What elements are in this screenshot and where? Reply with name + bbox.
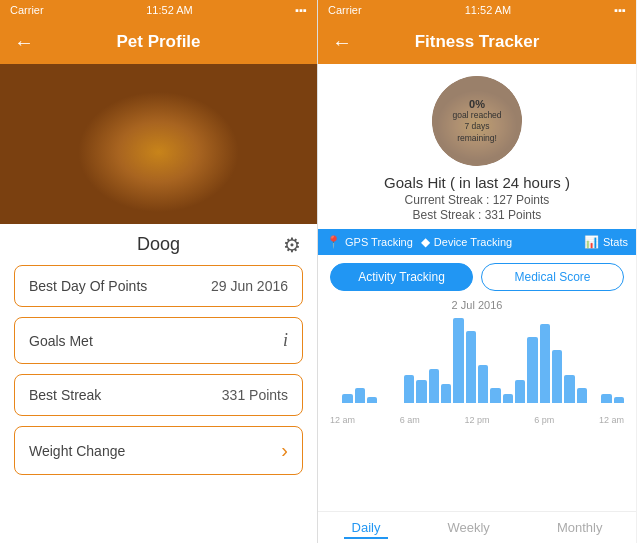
time-right: 11:52 AM [465, 4, 511, 16]
chart-bar [614, 397, 624, 403]
activity-tracking-tab[interactable]: Activity Tracking [330, 263, 473, 291]
chart-bar [453, 318, 463, 403]
battery-left: ▪▪▪ [295, 4, 307, 16]
best-streak-label-right: Best Streak : [413, 208, 482, 222]
chart-bar [466, 331, 476, 403]
goal-circle: 0% goal reached7 daysremaining! [432, 76, 522, 166]
best-streak-value: 331 Points [222, 387, 288, 403]
best-day-value: 29 Jun 2016 [211, 278, 288, 294]
current-streak-label: Current Streak : [405, 193, 490, 207]
pet-profile-screen: Carrier 11:52 AM ▪▪▪ ← Pet Profile Doog … [0, 0, 318, 543]
chart-bars [326, 313, 628, 403]
best-streak-card[interactable]: Best Streak 331 Points [14, 374, 303, 416]
chart-bar [429, 369, 439, 403]
chart-x-labels: 12 am 6 am 12 pm 6 pm 12 am [326, 413, 628, 425]
x-label-4: 12 am [599, 415, 624, 425]
weekly-tab[interactable]: Weekly [439, 518, 497, 539]
stats-icon: 📊 [584, 235, 599, 249]
monthly-tab[interactable]: Monthly [549, 518, 611, 539]
x-label-1: 6 am [400, 415, 420, 425]
carrier-left: Carrier [10, 4, 44, 16]
status-bar-left: Carrier 11:52 AM ▪▪▪ [0, 0, 317, 20]
dog-image [0, 64, 317, 224]
back-button-right[interactable]: ← [332, 31, 352, 54]
stats-tab-label: Stats [603, 236, 628, 248]
goals-met-label: Goals Met [29, 333, 93, 349]
weight-change-card[interactable]: Weight Change › [14, 426, 303, 475]
chart-bar [527, 337, 537, 403]
chart-bar [441, 384, 451, 403]
page-title-right: Fitness Tracker [360, 32, 594, 52]
chart-bar [490, 388, 500, 403]
goal-percent: 0% [469, 98, 485, 110]
carrier-right: Carrier [328, 4, 362, 16]
fitness-tracker-screen: Carrier 11:52 AM ▪▪▪ ← Fitness Tracker 0… [318, 0, 636, 543]
page-title-left: Pet Profile [42, 32, 275, 52]
best-day-label: Best Day Of Points [29, 278, 147, 294]
chart-bar [416, 380, 426, 403]
pet-name: Doog [16, 234, 301, 255]
action-tabs: Activity Tracking Medical Score [318, 255, 636, 299]
x-label-0: 12 am [330, 415, 355, 425]
info-cards-container: Best Day Of Points 29 Jun 2016 Goals Met… [0, 261, 317, 543]
chart-bar [367, 397, 377, 403]
gps-tab-label: GPS Tracking [345, 236, 413, 248]
info-icon: i [283, 330, 288, 351]
activity-tracking-label: Activity Tracking [358, 270, 445, 284]
chart-bar [503, 394, 513, 403]
x-label-3: 6 pm [534, 415, 554, 425]
battery-right: ▪▪▪ [614, 4, 626, 16]
chart-bar [577, 388, 587, 403]
device-tracking-tab[interactable]: ◆ Device Tracking [421, 235, 512, 249]
current-streak-value: 127 Points [493, 193, 550, 207]
header-right: ← Fitness Tracker [318, 20, 636, 64]
goal-overlay: 0% goal reached7 daysremaining! [432, 76, 522, 166]
chart-canvas [326, 313, 628, 413]
time-tabs: Daily Weekly Monthly [318, 511, 636, 543]
header-left: ← Pet Profile [0, 20, 317, 64]
chart-bar [515, 380, 525, 403]
best-streak-label: Best Streak [29, 387, 101, 403]
gps-tracking-tab[interactable]: 📍 GPS Tracking [326, 235, 413, 249]
back-button-left[interactable]: ← [14, 31, 34, 54]
goal-section: 0% goal reached7 daysremaining! Goals Hi… [318, 64, 636, 229]
chart-bar [601, 394, 611, 403]
pet-name-row: Doog ⚙ [0, 224, 317, 261]
chevron-right-icon: › [281, 439, 288, 462]
chart-bar [342, 394, 352, 403]
tracking-tabs: 📍 GPS Tracking ◆ Device Tracking 📊 Stats [318, 229, 636, 255]
chart-bar [355, 388, 365, 403]
chart-bar [540, 324, 550, 403]
status-bar-right: Carrier 11:52 AM ▪▪▪ [318, 0, 636, 20]
device-icon: ◆ [421, 235, 430, 249]
gps-icon: 📍 [326, 235, 341, 249]
activity-chart: 2 Jul 2016 12 am 6 am 12 pm 6 pm 12 am [318, 299, 636, 511]
current-streak-row: Current Streak : 127 Points [405, 193, 550, 207]
settings-icon[interactable]: ⚙ [283, 233, 301, 257]
best-day-card[interactable]: Best Day Of Points 29 Jun 2016 [14, 265, 303, 307]
weight-change-label: Weight Change [29, 443, 125, 459]
goals-hit-title: Goals Hit ( in last 24 hours ) [384, 174, 570, 191]
medical-score-label: Medical Score [514, 270, 590, 284]
chart-bar [478, 365, 488, 403]
goal-description: goal reached7 daysremaining! [452, 110, 501, 143]
device-tab-label: Device Tracking [434, 236, 512, 248]
daily-tab[interactable]: Daily [344, 518, 389, 539]
chart-bar [552, 350, 562, 403]
goals-met-card[interactable]: Goals Met i [14, 317, 303, 364]
x-label-2: 12 pm [464, 415, 489, 425]
time-left: 11:52 AM [146, 4, 192, 16]
best-streak-value-right: 331 Points [485, 208, 542, 222]
chart-date: 2 Jul 2016 [326, 299, 628, 311]
medical-score-tab[interactable]: Medical Score [481, 263, 624, 291]
stats-tab[interactable]: 📊 Stats [584, 235, 628, 249]
chart-bar [404, 375, 414, 403]
pet-photo [0, 64, 317, 224]
chart-bar [564, 375, 574, 403]
best-streak-row: Best Streak : 331 Points [413, 208, 542, 222]
